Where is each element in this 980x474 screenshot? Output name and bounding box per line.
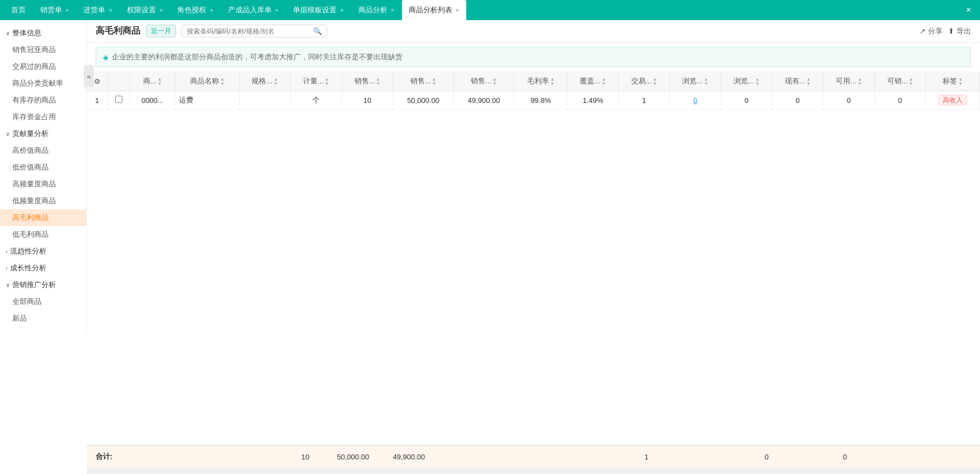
- col-header-browse2[interactable]: 浏览...▲▼: [721, 72, 773, 91]
- header-actions: ↗ 分享 ⬆ 导出: [920, 26, 971, 36]
- nav-tab-close[interactable]: ×: [210, 7, 213, 13]
- col-header-coverage[interactable]: 覆盖...▲▼: [567, 72, 619, 91]
- content-area: 高毛利商品 近一月 🔍 ↗ 分享 ⬆ 导出: [87, 20, 980, 474]
- row-sales-amount: 50,000.00: [393, 91, 454, 110]
- col-header-sales_profit[interactable]: 销售...▲▼: [453, 72, 514, 91]
- sidebar-collapse-button[interactable]: «: [84, 65, 94, 87]
- nav-tab-label: 权限设置: [127, 5, 156, 15]
- nav-tab-home[interactable]: 首页: [4, 0, 32, 20]
- sidebar-item-high-freq[interactable]: 高频量度商品: [0, 176, 86, 193]
- nav-tab-product-storage[interactable]: 产成品入库单×: [221, 0, 285, 20]
- col-header-available_stock[interactable]: 可用...▲▼: [823, 72, 875, 91]
- nav-tab-close[interactable]: ×: [456, 7, 459, 13]
- col-header-sales_qty[interactable]: 销售...▲▼: [342, 72, 393, 91]
- sidebar-item-sales-ranking[interactable]: 销售冠亚商品: [0, 41, 86, 58]
- sidebar-group-marketing[interactable]: ∨营销推广分析: [0, 276, 86, 293]
- row-select-checkbox[interactable]: [115, 96, 122, 103]
- sidebar-item-label: 商品分类贡献率: [12, 79, 63, 87]
- search-box: 🔍: [182, 25, 327, 37]
- row-checkbox[interactable]: [108, 91, 130, 110]
- search-icon[interactable]: 🔍: [313, 27, 322, 35]
- sidebar-item-inventoried-products[interactable]: 有库存的商品: [0, 92, 86, 109]
- col-header-browse1[interactable]: 浏览...▲▼: [670, 72, 721, 91]
- row-tag: 高收入: [926, 91, 980, 110]
- sort-icon-browse1: ▲▼: [704, 77, 708, 86]
- sort-icon-sales_amount: ▲▼: [432, 77, 437, 86]
- col-header-sales_amount[interactable]: 销售...▲▼: [393, 72, 454, 91]
- col-header-current_stock[interactable]: 现有...▲▼: [772, 72, 823, 91]
- col-header-unit[interactable]: 计量...▲▼: [291, 72, 342, 91]
- nav-tab-permission-settings[interactable]: 权限设置×: [120, 0, 169, 20]
- sidebar-item-low-margin[interactable]: 低毛利商品: [0, 226, 86, 243]
- nav-tab-purchase[interactable]: 进货单×: [77, 0, 119, 20]
- row-sales-qty: 10: [342, 91, 393, 110]
- sidebar-group-trend[interactable]: ›流趋性分析: [0, 243, 86, 260]
- nav-tab-close[interactable]: ×: [65, 7, 69, 13]
- footer-cells: 1050,000.0049,900.00100: [124, 453, 971, 461]
- col-header-margin_rate[interactable]: 毛利率▲▼: [514, 72, 567, 91]
- sidebar-group-overall[interactable]: ∨整体信息: [0, 25, 86, 41]
- nav-tab-close[interactable]: ×: [275, 7, 278, 13]
- col-header-code[interactable]: 商...▲▼: [130, 72, 175, 91]
- sidebar-item-inventory-capital[interactable]: 库存资金占用: [0, 109, 86, 125]
- sidebar-item-label: 新品: [12, 314, 27, 322]
- footer-label: 合计:: [96, 452, 112, 462]
- group-label: 流趋性分析: [10, 246, 46, 256]
- sidebar-item-high-margin[interactable]: 高毛利商品: [0, 209, 86, 226]
- nav-tab-sales[interactable]: 销货单×: [34, 0, 75, 20]
- sidebar-item-traded-products[interactable]: 交易过的商品: [0, 58, 86, 75]
- sidebar-item-label: 高价值商品: [12, 146, 49, 154]
- row-current-stock: 0: [772, 91, 823, 110]
- sort-icon-sales_profit: ▲▼: [493, 77, 497, 86]
- nav-tab-template-settings[interactable]: 单据模板设置×: [286, 0, 350, 20]
- tag-badge: 高收入: [939, 95, 967, 105]
- table-row: 10000...运费个1050,000.0049,900.0099.8%1.49…: [87, 91, 980, 110]
- nav-tab-label: 首页: [11, 5, 26, 15]
- col-header-saleable_stock[interactable]: 可销...▲▼: [874, 72, 926, 91]
- col-header-name[interactable]: 商品名称▲▼: [175, 72, 239, 91]
- footer-total: 合计: 1050,000.0049,900.00100: [87, 445, 980, 467]
- sidebar-item-label: 低毛利商品: [12, 230, 49, 238]
- horizontal-scrollbar[interactable]: [87, 467, 980, 474]
- export-button[interactable]: ⬆ 导出: [948, 26, 971, 36]
- close-all-button[interactable]: ×: [962, 5, 976, 15]
- nav-tab-close[interactable]: ×: [391, 7, 394, 13]
- row-spec: [239, 91, 291, 110]
- sort-icon-current_stock: ▲▼: [806, 77, 811, 86]
- period-button[interactable]: 近一月: [146, 25, 176, 37]
- row-coverage: 1.49%: [567, 91, 619, 110]
- nav-tab-label: 进货单: [83, 5, 105, 15]
- sort-icon-available_stock: ▲▼: [858, 77, 862, 86]
- nav-tab-label: 销货单: [40, 5, 62, 15]
- sidebar-group-growth[interactable]: ›成长性分析: [0, 260, 86, 276]
- footer-value: 50,000.00: [328, 453, 378, 461]
- nav-tab-product-analysis[interactable]: 商品分析×: [352, 0, 401, 20]
- sort-icon-spec: ▲▼: [273, 77, 278, 86]
- sidebar-item-low-value[interactable]: 低价值商品: [0, 159, 86, 176]
- nav-tab-close[interactable]: ×: [159, 7, 163, 13]
- row-browse1[interactable]: 0: [670, 91, 721, 110]
- sidebar-item-product-contribution[interactable]: 商品分类贡献率: [0, 75, 86, 92]
- nav-tab-close[interactable]: ×: [108, 7, 112, 13]
- sort-icon-margin_rate: ▲▼: [550, 77, 555, 86]
- col-header-spec[interactable]: 规格...▲▼: [239, 72, 291, 91]
- group-arrow-icon: ∨: [6, 30, 10, 37]
- share-button[interactable]: ↗ 分享: [920, 26, 943, 36]
- col-header-transactions[interactable]: 交易...▲▼: [618, 72, 670, 91]
- sidebar-item-new-products[interactable]: 新品: [0, 310, 86, 327]
- nav-tab-role-permission[interactable]: 角色授权×: [171, 0, 220, 20]
- sidebar-item-label: 全部商品: [12, 297, 41, 306]
- row-name: 运费: [175, 91, 239, 110]
- sidebar-item-high-value[interactable]: 高价值商品: [0, 142, 86, 159]
- sidebar-item-label: 销售冠亚商品: [12, 45, 56, 54]
- sidebar-group-financial[interactable]: ∨贡献量分析: [0, 125, 86, 142]
- col-header-tag[interactable]: 标签▲▼: [926, 72, 980, 91]
- search-input[interactable]: [187, 27, 310, 35]
- nav-tab-product-analysis-list[interactable]: 商品分析列表×: [402, 0, 466, 20]
- group-arrow-icon: ∨: [6, 281, 10, 289]
- sidebar: ∨整体信息销售冠亚商品交易过的商品商品分类贡献率有库存的商品库存资金占用∨贡献量…: [0, 20, 87, 331]
- data-table: ⚙商...▲▼商品名称▲▼规格...▲▼计量...▲▼销售...▲▼销售...▲…: [87, 72, 980, 110]
- sidebar-item-all-products[interactable]: 全部商品: [0, 293, 86, 310]
- nav-tab-close[interactable]: ×: [340, 7, 343, 13]
- sidebar-item-low-freq[interactable]: 低频量度商品: [0, 193, 86, 209]
